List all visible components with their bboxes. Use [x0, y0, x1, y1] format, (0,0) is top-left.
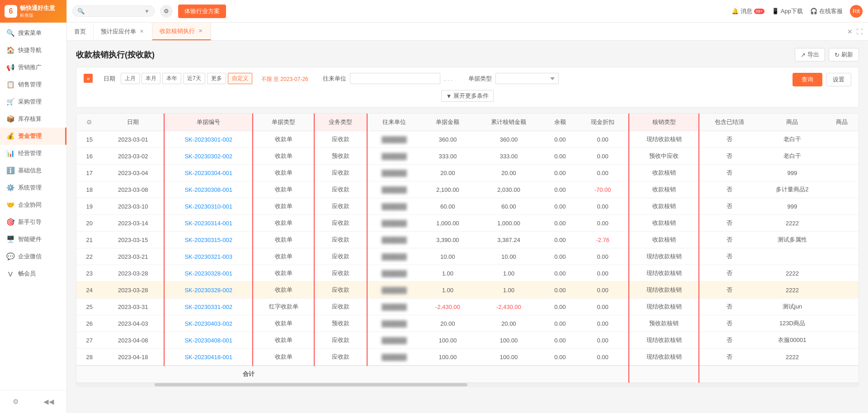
cell-product2 — [825, 315, 859, 332]
tab-prepay-close[interactable]: ✕ — [139, 28, 145, 35]
tab-receipts[interactable]: 收款核销执行 ✕ — [152, 23, 211, 40]
export-button[interactable]: ↗ 导出 — [795, 48, 825, 62]
doc-no-link[interactable]: SK-20230403-002 — [184, 320, 232, 327]
expand-label: 展开更多条件 — [453, 92, 489, 100]
sidebar-item-sales[interactable]: 📋 销售管理 — [0, 76, 66, 93]
cell-date: 2023-03-21 — [102, 248, 164, 265]
sidebar-item-marketing[interactable]: 📢 营销推广 — [0, 59, 66, 76]
cell-include-settled: 否 — [699, 349, 760, 366]
dropdown-arrow-icon[interactable]: ▼ — [144, 8, 150, 14]
app-label: App下载 — [781, 7, 803, 15]
doc-no-link[interactable]: SK-20230302-002 — [184, 153, 232, 160]
sidebar-item-label: 采购管理 — [18, 98, 42, 106]
cell-include-settled: 否 — [699, 332, 760, 349]
home-icon: 🏠 — [6, 46, 14, 54]
sidebar-item-finance[interactable]: 💰 资金管理 — [0, 128, 66, 145]
table-row: 26 2023-04-03 SK-20230403-002 收款单 预收款 ██… — [76, 315, 859, 332]
dots-icon[interactable]: ... — [444, 75, 454, 83]
doc-no-link[interactable]: SK-20230328-002 — [184, 287, 232, 294]
doc-no-link[interactable]: SK-20230328-001 — [184, 270, 232, 277]
cell-include-settled: 否 — [699, 282, 760, 299]
tab-home[interactable]: 首页 — [67, 23, 94, 40]
filter-settings-button[interactable]: 设置 — [826, 73, 851, 86]
doc-no-link[interactable]: SK-20230308-001 — [184, 186, 232, 193]
sidebar-item-quick-nav[interactable]: 🏠 快捷导航 — [0, 42, 66, 59]
column-settings-icon[interactable]: ⚙ — [86, 119, 92, 126]
service-button[interactable]: 🎧 在线客服 — [810, 7, 843, 15]
receipt-type-select[interactable] — [495, 73, 559, 84]
sidebar-item-operations[interactable]: 📊 经营管理 — [0, 145, 66, 162]
cell-no: 25 — [76, 299, 102, 315]
chart-icon: 📊 — [6, 149, 14, 157]
tab-close-icon[interactable]: ✕ — [847, 28, 853, 35]
cell-no: 28 — [76, 349, 102, 366]
doc-no-link[interactable]: SK-20230408-001 — [184, 337, 232, 344]
doc-no-link[interactable]: SK-20230315-002 — [184, 237, 232, 243]
this-month-btn[interactable]: 本月 — [142, 73, 160, 84]
col-header-amount: 单据金额 — [421, 114, 474, 131]
data-table-wrapper: ⚙ 日期 单据编号 单据类型 业务类型 往来单位 单据金额 累计核销金额 余额 … — [76, 113, 859, 387]
settings-bottom-icon[interactable]: ⚙ — [10, 395, 21, 408]
last-7days-btn[interactable]: 近7天 — [183, 73, 205, 84]
messages-button[interactable]: 🔔 消息 99+ — [731, 7, 764, 15]
partner-input[interactable] — [350, 73, 440, 84]
refresh-button[interactable]: ↻ 刷新 — [829, 48, 859, 62]
cell-product1: 测试jun — [760, 299, 825, 315]
cell-date: 2023-04-03 — [102, 315, 164, 332]
cell-cum-amount: 333.00 — [474, 148, 543, 165]
topbar-search-input[interactable] — [87, 8, 142, 14]
sidebar-item-system[interactable]: ⚙️ 系统管理 — [0, 179, 66, 196]
sidebar-item-member[interactable]: V 畅会员 — [0, 265, 66, 282]
tab-receipts-close[interactable]: ✕ — [198, 27, 203, 35]
sidebar: 6 畅快通好生意 标推版 🔍 搜索菜单 🏠 快捷导航 📢 营销推广 📋 销售管理… — [0, 0, 67, 413]
cell-cum-amount: 10.00 — [474, 248, 543, 265]
sidebar-item-hardware[interactable]: 🖥️ 智能硬件 — [0, 231, 66, 248]
doc-no-link[interactable]: SK-20230418-001 — [184, 354, 232, 361]
this-year-btn[interactable]: 本年 — [162, 73, 181, 84]
cell-include-settled: 否 — [699, 248, 760, 265]
last-month-btn[interactable]: 上月 — [121, 73, 140, 84]
cell-product2 — [825, 148, 859, 165]
wechat-icon: 💬 — [6, 252, 14, 261]
sidebar-item-guide[interactable]: 🎯 新手引导 — [0, 214, 66, 231]
cell-write-off-type: 现结收款核销 — [629, 299, 699, 315]
filter-toggle-button[interactable]: » — [84, 74, 93, 83]
cell-write-off-type: 现结收款核销 — [629, 282, 699, 299]
gear-button[interactable]: ⚙ — [160, 5, 173, 18]
sidebar-item-wechat[interactable]: 💬 企业微信 — [0, 248, 66, 265]
solution-button[interactable]: 体验行业方案 — [178, 5, 226, 18]
cell-partner: ██████ — [367, 198, 421, 215]
doc-no-link[interactable]: SK-20230310-001 — [184, 203, 232, 210]
tab-expand-icon[interactable]: ⛶ — [856, 28, 863, 35]
cell-balance: 0.00 — [543, 165, 577, 181]
sidebar-item-basic[interactable]: ℹ️ 基础信息 — [0, 162, 66, 179]
sidebar-item-search[interactable]: 🔍 搜索菜单 — [0, 24, 66, 42]
doc-no-link[interactable]: SK-20230314-001 — [184, 220, 232, 227]
sidebar-item-enterprise[interactable]: 🤝 企业协同 — [0, 196, 66, 214]
cell-cum-amount: 20.00 — [474, 315, 543, 332]
doc-no-link[interactable]: SK-20230331-002 — [184, 304, 232, 310]
table-row: 25 2023-03-31 SK-20230331-002 红字收款单 应收款 … — [76, 299, 859, 315]
sidebar-item-label: 经营管理 — [18, 149, 42, 157]
topbar-search-box[interactable]: 🔍 ▼ — [72, 5, 155, 17]
custom-date-btn[interactable]: 自定义 — [228, 73, 252, 84]
doc-no-link[interactable]: SK-20230301-002 — [184, 136, 232, 143]
cell-balance: 0.00 — [543, 232, 577, 248]
sidebar-item-inventory[interactable]: 📦 库存核算 — [0, 110, 66, 128]
cell-balance: 0.00 — [543, 282, 577, 299]
cell-product2 — [825, 282, 859, 299]
more-dates-btn[interactable]: 更多 — [207, 73, 226, 84]
sidebar-item-purchase[interactable]: 🛒 采购管理 — [0, 93, 66, 110]
user-avatar[interactable]: Rit — [850, 5, 863, 18]
expand-more-conditions-btn[interactable]: ▼ 展开更多条件 — [441, 90, 494, 102]
horizontal-scrollbar[interactable] — [76, 383, 859, 386]
app-download-button[interactable]: 📱 App下载 — [772, 7, 803, 15]
tab-prepay[interactable]: 预计应应付单 ✕ — [94, 23, 152, 40]
page-header: 收款核销执行(按收款) ↗ 导出 ↻ 刷新 — [76, 48, 859, 62]
doc-no-link[interactable]: SK-20230304-001 — [184, 170, 232, 176]
sidebar-item-label: 畅会员 — [18, 270, 36, 278]
scrollbar-thumb[interactable] — [155, 383, 467, 386]
query-button[interactable]: 查询 — [793, 73, 822, 86]
collapse-icon[interactable]: ◀◀ — [41, 395, 57, 408]
doc-no-link[interactable]: SK-20230321-003 — [184, 253, 232, 260]
